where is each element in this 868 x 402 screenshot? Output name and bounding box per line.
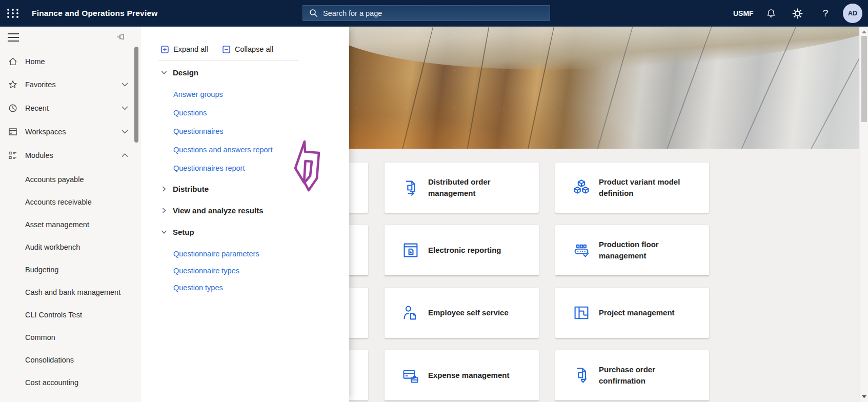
expand-all-label: Expand all xyxy=(173,45,208,53)
module-item-common[interactable]: Common xyxy=(0,329,140,346)
tile-partially-hidden[interactable] xyxy=(349,225,368,275)
section-distribute[interactable]: Distribute xyxy=(161,185,209,193)
link-questionnaire-parameters[interactable]: Questionnaire parameters xyxy=(173,250,259,258)
search-input[interactable] xyxy=(323,9,528,17)
module-item-budgeting[interactable]: Budgeting xyxy=(0,262,140,278)
module-flyout-panel: Expand all Collapse all Design Answer gr… xyxy=(140,27,349,402)
document-check-icon xyxy=(572,366,591,385)
tile-label: Distributed order management xyxy=(428,176,523,199)
divider xyxy=(158,61,298,61)
tile-employee-self-service[interactable]: Employee self service xyxy=(385,288,539,338)
dashboard-content: Distributed order management Product var… xyxy=(349,27,859,402)
pin-sidebar-icon[interactable] xyxy=(116,33,127,41)
expand-all-icon xyxy=(161,46,169,53)
sidebar-item-workspaces[interactable]: Workspaces xyxy=(0,123,140,140)
link-questionnaires-report[interactable]: Questionnaires report xyxy=(173,164,245,172)
expand-all-button[interactable]: Expand all xyxy=(161,43,208,55)
app-window: Finance and Operations Preview USMF xyxy=(0,0,868,402)
hamburger-menu-icon[interactable] xyxy=(8,32,20,42)
conveyor-check-icon xyxy=(572,241,591,259)
sidebar-item-recent[interactable]: Recent xyxy=(0,99,140,117)
notifications-button[interactable] xyxy=(763,0,779,27)
tile-label: Production floor management xyxy=(599,239,694,262)
chevron-down-icon xyxy=(161,229,167,235)
tile-label: Electronic reporting xyxy=(428,245,501,256)
scrollbar-thumb[interactable] xyxy=(861,36,867,122)
annotation-arrow xyxy=(291,137,324,193)
module-item-asset-management[interactable]: Asset management xyxy=(0,216,140,233)
tile-partially-hidden[interactable] xyxy=(349,350,368,400)
tile-label: Product variant model definition xyxy=(599,176,694,199)
module-item-accounts-payable[interactable]: Accounts payable xyxy=(0,171,140,188)
collapse-all-button[interactable]: Collapse all xyxy=(223,43,273,55)
module-item-cost-accounting[interactable]: Cost accounting xyxy=(0,374,140,391)
tile-partially-hidden[interactable] xyxy=(349,288,368,338)
sidebar-item-favorites[interactable]: Favorites xyxy=(0,76,140,93)
modules-list-icon xyxy=(8,150,18,160)
scroll-up-arrow[interactable] xyxy=(861,29,867,35)
content-scrollbar[interactable] xyxy=(859,27,868,402)
user-avatar[interactable]: AD xyxy=(843,4,862,23)
tile-purchase-order-confirmation[interactable]: Purchase order confirmation xyxy=(555,350,709,400)
section-design[interactable]: Design xyxy=(161,68,198,77)
sidebar-item-label: Recent xyxy=(25,104,49,112)
chevron-down-icon xyxy=(122,83,128,87)
workspaces-icon xyxy=(8,127,18,137)
sidebar-item-home[interactable]: Home xyxy=(0,53,140,70)
link-answer-groups[interactable]: Answer groups xyxy=(173,90,223,98)
company-selector[interactable]: USMF xyxy=(733,0,754,27)
help-button[interactable]: ? xyxy=(817,0,834,27)
banner-image xyxy=(349,27,859,149)
collapse-all-label: Collapse all xyxy=(235,45,273,53)
sidebar-item-label: Favorites xyxy=(25,81,56,89)
tile-electronic-reporting[interactable]: Electronic reporting xyxy=(385,225,539,275)
app-title: Finance and Operations Preview xyxy=(32,0,157,27)
person-document-icon xyxy=(401,304,420,322)
module-item-cli-controls-test[interactable]: CLI Controls Test xyxy=(0,307,140,323)
star-icon xyxy=(8,79,18,90)
sidebar-item-label: Home xyxy=(25,57,45,66)
tile-product-variant-model-definition[interactable]: Product variant model definition xyxy=(555,163,709,213)
cubes-icon xyxy=(572,178,591,197)
tile-production-floor-management[interactable]: Production floor management xyxy=(555,225,709,275)
project-board-icon xyxy=(572,304,591,322)
chevron-down-icon xyxy=(161,69,167,75)
module-item-audit-workbench[interactable]: Audit workbench xyxy=(0,239,140,255)
scroll-down-arrow[interactable] xyxy=(861,394,867,399)
chevron-up-icon xyxy=(122,153,128,157)
tile-project-management[interactable]: Project management xyxy=(555,288,709,338)
chevron-down-icon xyxy=(122,130,128,134)
collapse-all-icon xyxy=(223,46,230,53)
top-navigation-bar: Finance and Operations Preview USMF xyxy=(0,0,868,27)
tile-label: Employee self service xyxy=(428,307,509,318)
sidebar-item-modules[interactable]: Modules xyxy=(0,147,140,164)
app-launcher-grid-icon[interactable] xyxy=(6,7,19,20)
navigation-sidebar: Home Favorites Recent xyxy=(0,27,140,402)
link-questionnaires[interactable]: Questionnaires xyxy=(173,127,224,135)
sidebar-scrollbar-thumb[interactable] xyxy=(134,47,138,143)
credit-card-case-icon xyxy=(401,366,420,385)
tile-partially-hidden[interactable] xyxy=(349,163,368,213)
link-question-types[interactable]: Question types xyxy=(173,284,223,292)
chevron-right-icon xyxy=(161,207,167,213)
link-questions-and-answers-report[interactable]: Questions and answers report xyxy=(173,146,272,154)
section-view-and-analyze-results[interactable]: View and analyze results xyxy=(161,206,263,215)
sidebar-item-label: Modules xyxy=(25,151,53,159)
settings-button[interactable] xyxy=(789,0,805,27)
tile-expense-management[interactable]: Expense management xyxy=(385,350,539,400)
tile-label: Purchase order confirmation xyxy=(599,364,694,387)
module-item-consolidations[interactable]: Consolidations xyxy=(0,352,140,368)
home-icon xyxy=(8,56,18,67)
tile-distributed-order-management[interactable]: Distributed order management xyxy=(385,163,539,213)
clock-icon xyxy=(8,103,18,113)
link-questions[interactable]: Questions xyxy=(173,109,207,117)
module-item-accounts-receivable[interactable]: Accounts receivable xyxy=(0,194,140,210)
module-item-cash-and-bank[interactable]: Cash and bank management xyxy=(0,284,140,300)
document-transfer-icon xyxy=(401,178,420,197)
section-setup[interactable]: Setup xyxy=(161,228,194,236)
gear-icon xyxy=(792,8,803,19)
search-icon xyxy=(309,9,318,17)
page-search-box[interactable] xyxy=(302,5,550,21)
chevron-right-icon xyxy=(161,186,167,192)
link-questionnaire-types[interactable]: Questionnaire types xyxy=(173,267,239,275)
